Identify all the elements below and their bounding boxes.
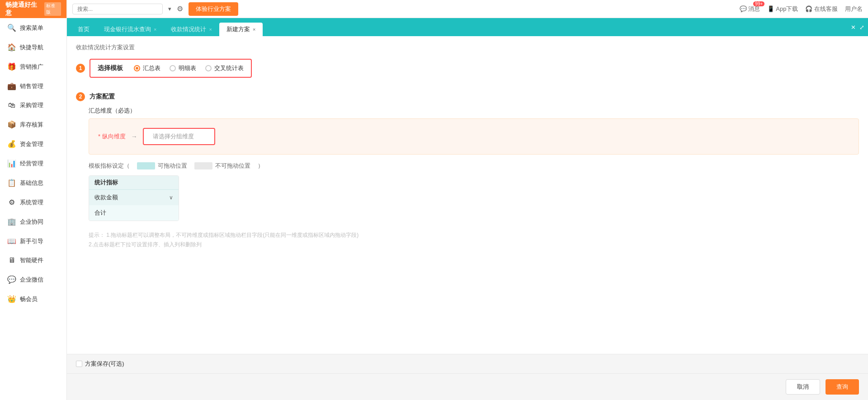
badge-count: 99+: [753, 1, 764, 6]
finance-icon: 💰: [7, 140, 16, 148]
sidebar-item-sales[interactable]: 💼销售管理: [0, 76, 66, 96]
logo-text: 畅捷通好生意: [5, 1, 42, 17]
cancel-button[interactable]: 取消: [786, 379, 820, 395]
search-icon: 🔍: [7, 24, 16, 32]
sidebar-item-inventory[interactable]: 📦库存核算: [0, 115, 66, 134]
sidebar-item-search[interactable]: 🔍搜索菜单: [0, 18, 66, 38]
radio-dot-cross[interactable]: [205, 65, 212, 71]
enterprise-icon: 🏢: [7, 217, 16, 226]
metrics-section: 模板指标设定（ 可拖动位置 不可拖动位置 ）: [89, 162, 859, 222]
dimension-area: * 纵向维度 → 请选择分组维度: [89, 118, 859, 155]
sidebar-item-finance[interactable]: 💰资金管理: [0, 134, 66, 154]
footer-bar: 取消 查询: [67, 373, 868, 400]
sidebar-item-base-info[interactable]: 📋基础信息: [0, 173, 66, 193]
sidebar-label-wechat: 企业微信: [20, 276, 43, 284]
static-box: [194, 162, 212, 169]
smart-hw-icon: 🖥: [7, 256, 16, 264]
gear-icon[interactable]: ⚙: [177, 5, 183, 13]
hint-draggable: 可拖动位置: [137, 162, 187, 170]
tab-close-new-plan[interactable]: ×: [253, 27, 255, 32]
tip-line-1: 提示： 1.拖动标题栏可以调整布局，不可跨维度或指标区域拖动栏目字段(只能在同一…: [89, 231, 859, 239]
step1-label: 选择模板: [98, 64, 123, 72]
base-info-icon: 📋: [7, 179, 16, 187]
sidebar-item-member[interactable]: 👑畅会员: [0, 289, 66, 309]
tab-new-plan[interactable]: 新建方案×: [219, 23, 263, 36]
dropdown-icon[interactable]: ▾: [168, 5, 171, 12]
tab-receipt-stat[interactable]: 收款情况统计×: [164, 23, 219, 36]
radio-cross[interactable]: 交叉统计表: [205, 64, 244, 72]
sidebar-item-quick-nav[interactable]: 🏠快捷导航: [0, 38, 66, 57]
expand-window-icon[interactable]: ⤢: [859, 24, 864, 31]
metrics-hint-end: ）: [258, 162, 264, 170]
step2-number: 2: [76, 92, 85, 101]
tab-home[interactable]: 首页: [71, 23, 97, 36]
dimension-arrow: →: [131, 133, 137, 140]
radio-dot-summary[interactable]: [134, 65, 140, 71]
sidebar-item-system[interactable]: ⚙系统管理: [0, 193, 66, 212]
dimension-title-text: 汇总维度（必选）: [89, 107, 136, 114]
content-area: 收款情况统计方案设置 1 选择模板 汇总表明细表交叉统计表 2 方案配置: [67, 36, 868, 400]
draggable-box: [137, 162, 155, 169]
message-label: 消息: [748, 5, 760, 12]
sidebar-label-finance: 资金管理: [20, 140, 43, 148]
sidebar-item-smart-hw[interactable]: 🖥智能硬件: [0, 251, 66, 270]
dimension-row: * 纵向维度 → 请选择分组维度: [98, 128, 849, 145]
dimension-row-label: * 纵向维度: [98, 132, 126, 141]
tab-bar-right: ✕ ⤢: [851, 24, 864, 31]
metrics-row[interactable]: 收款金额 ∨: [89, 190, 179, 205]
metrics-dropdown-icon[interactable]: ∨: [169, 194, 173, 201]
sidebar-item-purchase[interactable]: 🛍采购管理: [0, 96, 66, 115]
online-service[interactable]: 🎧 在线客服: [805, 5, 838, 13]
dimension-select[interactable]: 请选择分组维度: [143, 128, 215, 145]
message-badge[interactable]: 💬 消息 99+: [740, 5, 760, 13]
inventory-icon: 📦: [7, 120, 16, 129]
app-download[interactable]: 📱 App下载: [767, 5, 798, 13]
header-right: 💬 消息 99+ 📱 App下载 🎧 在线客服 用户名: [740, 5, 863, 13]
step1-number: 1: [76, 64, 85, 73]
step1-header: 1 选择模板 汇总表明细表交叉统计表: [76, 59, 859, 78]
radio-dot-detail[interactable]: [170, 65, 176, 71]
sidebar-label-smart-hw: 智能硬件: [20, 256, 43, 264]
sales-icon: 💼: [7, 82, 16, 90]
trial-button[interactable]: 体验行业方案: [189, 2, 238, 16]
template-options: 汇总表明细表交叉统计表: [134, 64, 244, 72]
save-checkbox[interactable]: 方案保存(可选): [76, 360, 124, 368]
sidebar-item-marketing[interactable]: 🎁营销推广: [0, 57, 66, 76]
sidebar-label-marketing: 营销推广: [20, 63, 43, 71]
sidebar-label-inventory: 库存核算: [20, 121, 43, 129]
radio-summary[interactable]: 汇总表: [134, 64, 160, 72]
tab-label-home: 首页: [78, 25, 90, 33]
close-window-icon[interactable]: ✕: [851, 24, 856, 31]
save-checkbox-box[interactable]: [76, 361, 82, 367]
user-info[interactable]: 用户名: [845, 5, 863, 13]
content-inner: 收款情况统计方案设置 1 选择模板 汇总表明细表交叉统计表 2 方案配置: [67, 36, 868, 354]
user-label: 用户名: [845, 5, 863, 12]
static-label: 不可拖动位置: [215, 162, 250, 170]
operations-icon: 📊: [7, 159, 16, 168]
tab-cash-flow[interactable]: 现金银行流水查询×: [97, 23, 164, 36]
metrics-table: 统计指标 收款金额 ∨ 合计: [89, 175, 179, 221]
radio-detail[interactable]: 明细表: [170, 64, 196, 72]
purchase-icon: 🛍: [7, 101, 16, 109]
page-title: 收款情况统计方案设置: [76, 43, 859, 52]
query-button[interactable]: 查询: [826, 379, 859, 395]
radio-label-summary: 汇总表: [143, 64, 160, 72]
sidebar-item-wechat[interactable]: 💬企业微信: [0, 270, 66, 289]
radio-label-detail: 明细表: [179, 64, 196, 72]
sidebar-item-enterprise[interactable]: 🏢企业协同: [0, 212, 66, 231]
sidebar-label-quick-nav: 快捷导航: [20, 43, 43, 52]
tab-close-cash-flow[interactable]: ×: [154, 27, 156, 32]
quick-nav-icon: 🏠: [7, 43, 16, 52]
tab-close-receipt-stat[interactable]: ×: [209, 27, 212, 32]
draggable-label: 可拖动位置: [158, 162, 187, 170]
search-input[interactable]: [72, 4, 163, 14]
system-icon: ⚙: [7, 198, 16, 207]
dimension-title: 汇总维度（必选）: [89, 107, 859, 115]
sidebar-label-base-info: 基础信息: [20, 179, 43, 187]
message-icon: 💬: [740, 5, 747, 12]
sidebar-item-guide[interactable]: 📖新手引导: [0, 231, 66, 251]
step2-label: 方案配置: [90, 93, 115, 101]
dimension-container: 汇总维度（必选） * 纵向维度 → 请选择分组维度 模板指标设定（: [89, 107, 859, 249]
metrics-subtotal: 合计: [89, 205, 179, 221]
sidebar-item-operations[interactable]: 📊经营管理: [0, 154, 66, 173]
